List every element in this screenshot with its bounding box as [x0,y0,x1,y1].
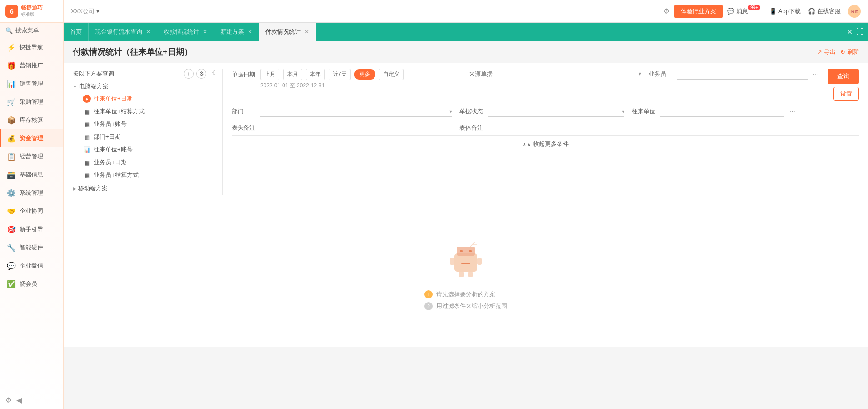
date-btn-last-month[interactable]: 上月 [260,69,279,80]
filter-settings-button[interactable]: 设置 [833,87,859,101]
date-btn-this-month[interactable]: 本月 [283,69,302,80]
sidebar-item-system[interactable]: ⚙️ 系统管理 [0,184,63,202]
empty-tip-2: 2 用过滤条件来缩小分析范围 [424,302,507,310]
salesman-group: 业务员 ··· [649,69,821,80]
sidebar-item-quick-nav[interactable]: ⚡ 快捷导航 [0,38,63,56]
sidebar-item-purchase[interactable]: 🛒 采购管理 [0,93,63,111]
mobile-category-label: 移动端方案 [78,184,108,192]
empty-tip-1: 1 请先选择要分析的方案 [424,290,507,298]
body-note-input[interactable] [488,122,625,133]
scheme-label: 按以下方案查询 [73,70,114,78]
tab-bank-flow-close[interactable]: ✕ [146,29,150,35]
date-btn-last-7[interactable]: 近7天 [329,69,351,80]
scheme-item-counterpart-settle[interactable]: ▦ 往来单位+结算方式 [80,105,215,118]
search-menu[interactable]: 🔍 搜索菜单 [0,23,63,38]
date-btn-this-year[interactable]: 本年 [306,69,325,80]
scheme-add-button[interactable]: ＋ [184,69,194,79]
top-header: XXX公司 ▾ ⚙ 体验行业方案 💬 消息 99+ 📱 App下载 🎧 在线客服… [64,0,868,23]
gear-icon[interactable]: ⚙ [663,7,670,15]
basic-info-label: 基础信息 [20,171,43,179]
page-title: 付款情况统计（往来单位+日期） [73,46,192,57]
breadcrumb: XXX公司 ▾ [71,7,659,15]
desktop-category[interactable]: ▼ 电脑端方案 [73,82,215,91]
header-note-input[interactable] [260,122,452,133]
scheme-item-salesman-date[interactable]: ▦ 业务员+日期 [80,156,215,169]
sidebar-item-guide[interactable]: 🎯 新手引导 [0,220,63,238]
tab-fullscreen-icon[interactable]: ⛶ [856,28,863,36]
scheme-item-salesman-settle-label: 业务员+结算方式 [94,171,139,179]
tab-receipt-stats[interactable]: 收款情况统计 ✕ [157,23,214,41]
refresh-button[interactable]: ↻ 刷新 [840,48,859,56]
desktop-category-label: 电脑端方案 [79,82,109,91]
date-btn-more[interactable]: 更多 [354,69,375,80]
sidebar-item-basic-info[interactable]: 🗃️ 基础信息 [0,166,63,184]
tip-2-text: 用过滤条件来缩小分析范围 [436,302,507,310]
marketing-icon: 🎁 [7,61,16,70]
salesman-dots-btn[interactable]: ··· [811,70,821,78]
source-bill-select[interactable]: ▾ [498,69,641,79]
dept-select[interactable]: ▾ [260,106,452,117]
page-content: 付款情况统计（往来单位+日期） ↗ 导出 ↻ 刷新 按以下方案查询 [64,41,868,409]
avatar[interactable]: Rit [848,5,861,18]
tab-new-scheme-close[interactable]: ✕ [248,29,252,35]
scheme-item-active-icon: ● [83,95,91,103]
scheme-item-counterpart-date[interactable]: ● 往来单位+日期 [80,92,215,105]
tab-payment-stats-close[interactable]: ✕ [304,29,309,35]
dept-label: 部门 [232,107,257,116]
scheme-item-counterpart-account[interactable]: 📊 往来单位+账号 [80,143,215,156]
tab-new-scheme[interactable]: 新建方案 ✕ [214,23,259,41]
enterprise-icon: 🤝 [7,207,16,216]
salesman-input[interactable] [677,69,808,80]
sidebar-item-member[interactable]: ✅ 畅会员 [0,275,63,293]
app-download-action[interactable]: 📱 App下载 [769,7,801,15]
collapse-sidebar-icon[interactable]: ◀ [16,396,22,404]
dept-arrow: ▾ [449,108,452,115]
tab-payment-stats[interactable]: 付款情况统计 ✕ [259,23,316,41]
date-btn-custom[interactable]: 自定义 [379,69,404,80]
sidebar-item-operation[interactable]: 📋 经营管理 [0,147,63,166]
date-range-display: 2022-01-01 至 2022-12-31 [260,82,324,90]
scheme-collapse-button[interactable]: 《 [209,69,215,79]
mobile-category[interactable]: ▶ 移动端方案 [73,182,215,195]
message-action[interactable]: 💬 消息 99+ [727,7,762,15]
member-icon: ✅ [7,279,16,288]
trial-button[interactable]: 体验行业方案 [674,5,723,18]
scheme-icons: ＋ ⚙ 《 [184,69,215,79]
bill-status-select[interactable]: ▾ [488,106,625,117]
sidebar-item-marketing[interactable]: 🎁 营销推广 [0,56,63,75]
collapse-more-conditions[interactable]: ∧∧ 收起更多条件 [232,135,859,153]
scheme-item-dept-date[interactable]: ▦ 部门+日期 [80,131,215,143]
counterpart-dots-btn[interactable]: ··· [788,107,797,116]
message-icon: 💬 [727,8,734,15]
online-support-action[interactable]: 🎧 在线客服 [808,7,841,15]
sidebar-item-fund[interactable]: 💰 资金管理 [0,129,63,147]
tab-close-all-icon[interactable]: ✕ [847,28,853,36]
sidebar-item-enterprise[interactable]: 🤝 企业协同 [0,202,63,220]
scheme-item-salesman-settle[interactable]: ▦ 业务员+结算方式 [80,169,215,182]
query-actions: 查询 设置 [828,69,859,101]
scheme-settings-button[interactable]: ⚙ [196,69,206,79]
sidebar-item-sales[interactable]: 📊 销售管理 [0,75,63,93]
svg-rect-4 [461,263,470,264]
sidebar-item-inventory[interactable]: 📦 库存核算 [0,111,63,129]
export-button[interactable]: ↗ 导出 [817,48,836,56]
settings-footer-icon[interactable]: ⚙ [5,396,12,404]
sidebar-item-hardware[interactable]: 🔧 智能硬件 [0,238,63,257]
bill-status-arrow: ▾ [622,108,624,115]
collapse-label: 收起更多条件 [533,140,569,148]
breadcrumb-arrow[interactable]: ▾ [96,8,100,15]
logo-icon: 6 [5,5,18,18]
scheme-item-salesman-account[interactable]: ▦ 业务员+账号 [80,118,215,131]
counterpart-input[interactable] [660,106,783,117]
sidebar-nav: ⚡ 快捷导航 🎁 营销推广 📊 销售管理 🛒 采购管理 📦 库存核算 💰 资金管… [0,38,63,391]
sidebar-item-wechat[interactable]: 💬 企业微信 [0,257,63,275]
page-actions: ↗ 导出 ↻ 刷新 [817,48,859,56]
operation-label: 经营管理 [20,152,43,161]
query-button[interactable]: 查询 [828,69,859,84]
tab-home[interactable]: 首页 [64,23,89,41]
tab-receipt-stats-close[interactable]: ✕ [203,29,207,35]
svg-rect-1 [457,247,475,256]
search-label: 搜索菜单 [15,26,39,35]
svg-rect-7 [459,272,464,277]
tab-bank-flow[interactable]: 现金银行流水查询 ✕ [89,23,157,41]
